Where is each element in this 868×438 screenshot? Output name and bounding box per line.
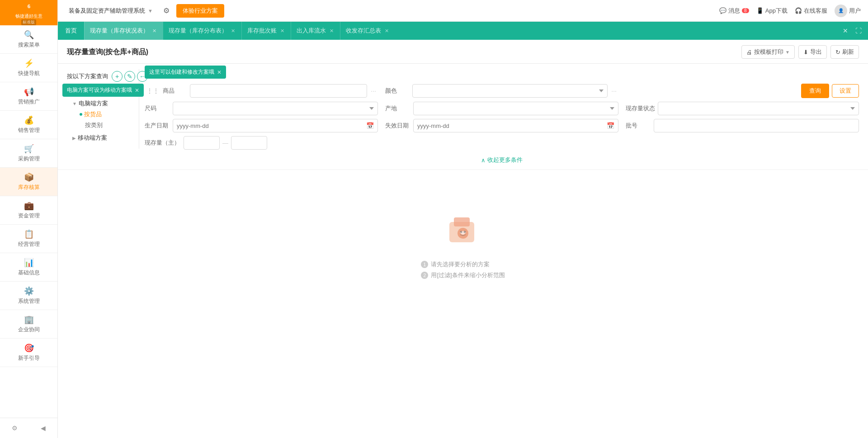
scheme-item-goods[interactable]: 按货品	[71, 109, 135, 120]
page-title: 现存量查询(按仓库+商品)	[67, 47, 148, 57]
tab-inventory-status-close[interactable]: ✕	[151, 27, 157, 35]
sidebar-footer: ⚙ ◀	[0, 418, 57, 438]
collapse-btn[interactable]: ∧ 收起更多条件	[481, 156, 523, 164]
goods-input[interactable]	[190, 84, 367, 98]
collapse-label: 收起更多条件	[487, 156, 523, 164]
create-tooltip-close[interactable]: ✕	[217, 69, 222, 75]
scheme-item-category[interactable]: 按类别	[71, 120, 135, 131]
tab-home-label: 首页	[65, 27, 77, 35]
tab-batch-account[interactable]: 库存批次账 ✕	[241, 22, 291, 40]
scheme-group-desktop-header[interactable]: ▼ 电脑端方案	[71, 98, 135, 109]
goods-dots-btn[interactable]: ⋮⋮	[145, 87, 161, 94]
sidebar-item-system[interactable]: ⚙️ 系统管理	[0, 282, 57, 310]
filter-header: 按以下方案查询 + ✎ ←	[67, 71, 135, 82]
sidebar-label-search: 搜索菜单	[18, 41, 40, 49]
sidebar-item-sales[interactable]: 💰 销售管理	[0, 111, 57, 139]
batch-input[interactable]	[654, 119, 859, 132]
page-header: 现存量查询(按仓库+商品) 🖨 按模板打印 ▼ ⬇ 导出 ↻ 刷新	[58, 40, 868, 64]
tab-close-all-btn[interactable]: ✕	[840, 25, 851, 36]
online-support-btn[interactable]: 🎧 在线客服	[795, 7, 827, 15]
scheme-group-mobile: ▶ 移动端方案	[71, 132, 135, 143]
filter-edit-btn[interactable]: ✎	[124, 71, 135, 82]
print-btn[interactable]: 🖨 按模板打印 ▼	[741, 45, 795, 59]
size-field: 尺码	[145, 102, 378, 115]
expire-date-input[interactable]: 📅	[413, 119, 618, 132]
stock-status-select[interactable]	[658, 102, 859, 115]
tab-receive-summary[interactable]: 收发存汇总表 ✕	[340, 22, 395, 40]
query-btn[interactable]: 查询	[801, 84, 829, 98]
batch-field: 批号	[626, 119, 859, 132]
svg-point-6	[464, 231, 466, 233]
svg-point-5	[460, 231, 462, 233]
print-icon: 🖨	[746, 49, 752, 56]
sidebar-item-management[interactable]: 📋 经营管理	[0, 225, 57, 253]
filter-row-4: 现存量（主） —	[145, 136, 859, 150]
sidebar-item-assets[interactable]: 💼 资金管理	[0, 196, 57, 225]
empty-tip-2-text: 用[过滤]条件来缩小分析范围	[431, 271, 505, 279]
stock-main-min[interactable]	[184, 136, 220, 150]
tab-inventory-status[interactable]: 现存量（库存状况表） ✕	[84, 22, 163, 40]
export-btn[interactable]: ⬇ 导出	[798, 45, 827, 59]
settings-gear-btn[interactable]: ⚙	[160, 5, 173, 17]
color-select[interactable]	[412, 84, 608, 98]
origin-select[interactable]	[413, 102, 618, 115]
sidebar-label-purchase: 采购管理	[18, 155, 40, 163]
content-inner: 现存量查询(按仓库+商品) 🖨 按模板打印 ▼ ⬇ 导出 ↻ 刷新	[58, 40, 868, 438]
goods-label: 商品	[163, 87, 188, 95]
calendar-icon-produce: 📅	[366, 122, 374, 129]
refresh-btn[interactable]: ↻ 刷新	[830, 45, 859, 59]
sidebar-item-search[interactable]: 🔍 搜索菜单	[0, 25, 57, 54]
produce-date-text[interactable]	[177, 122, 363, 129]
scheme-mobile-label: 移动端方案	[78, 134, 107, 142]
scheme-group-mobile-header[interactable]: ▶ 移动端方案	[71, 132, 135, 143]
sidebar-item-purchase[interactable]: 🛒 采购管理	[0, 139, 57, 168]
brand-name: 畅捷通好生意	[15, 13, 42, 19]
sidebar-item-quick-nav[interactable]: ⚡ 快捷导航	[0, 54, 57, 82]
origin-field: 产地	[385, 102, 618, 115]
sidebar-item-inventory[interactable]: 📦 库存核算	[0, 168, 57, 196]
tab-bar-right: ✕ ⛶	[836, 22, 868, 40]
system-selector[interactable]: 装备及固定资产辅助管理系统 ▼	[65, 5, 156, 17]
experience-btn[interactable]: 体验行业方案	[176, 4, 224, 18]
tab-inout-flow-close[interactable]: ✕	[329, 27, 335, 35]
empty-tip-1: 1 请先选择要分析的方案	[421, 260, 505, 268]
sidebar-item-guide[interactable]: 🎯 新手引导	[0, 339, 57, 367]
tab-inventory-dist[interactable]: 现存量（库存分布表） ✕	[163, 22, 241, 40]
filter-section: 按以下方案查询 + ✎ ←	[58, 64, 868, 170]
produce-date-input[interactable]: 📅	[173, 119, 378, 132]
goods-more-btn[interactable]: ···	[369, 87, 378, 94]
messages-btn[interactable]: 💬 消息 8	[719, 7, 749, 15]
empty-state: 1 请先选择要分析的方案 2 用[过滤]条件来缩小分析范围	[58, 170, 868, 318]
tab-batch-account-close[interactable]: ✕	[279, 27, 285, 35]
system-dropdown-icon: ▼	[148, 8, 153, 14]
scheme-tooltip-close[interactable]: ✕	[135, 87, 139, 94]
tab-receive-summary-close[interactable]: ✕	[384, 27, 390, 35]
stock-main-max[interactable]	[231, 136, 267, 150]
top-header: 装备及固定资产辅助管理系统 ▼ ⚙ 体验行业方案 💬 消息 8 📱 App下载 …	[58, 0, 868, 22]
scheme-desktop-label: 电脑端方案	[79, 99, 108, 108]
sidebar-label-system: 系统管理	[18, 297, 40, 305]
user-menu[interactable]: 👤 用户	[835, 5, 861, 17]
message-icon: 💬	[719, 7, 726, 14]
expire-date-text[interactable]	[417, 122, 604, 129]
color-more-btn[interactable]: ···	[609, 87, 618, 94]
sidebar-settings-btn[interactable]: ⚙	[8, 423, 21, 433]
tab-inout-flow[interactable]: 出入库流水 ✕	[291, 22, 340, 40]
sidebar-item-enterprise[interactable]: 🏢 企业协同	[0, 310, 57, 339]
setting-btn[interactable]: 设置	[832, 84, 859, 98]
inventory-icon: 📦	[24, 172, 34, 182]
app-download-btn[interactable]: 📱 App下载	[756, 7, 788, 15]
size-select[interactable]	[173, 102, 378, 115]
sidebar-item-marketing[interactable]: 📢 营销推广	[0, 82, 57, 111]
create-tooltip-text: 这里可以创建和修改方案哦	[149, 68, 214, 76]
tab-expand-btn[interactable]: ⛶	[853, 25, 864, 36]
app-download-label: App下载	[765, 7, 788, 15]
tab-home[interactable]: 首页	[58, 22, 84, 40]
chevron-down-icon: ▼	[72, 101, 77, 106]
sidebar-item-base-info[interactable]: 📊 基础信息	[0, 253, 57, 282]
assets-icon: 💼	[24, 201, 34, 211]
filter-add-btn[interactable]: +	[112, 71, 123, 82]
sidebar-collapse-btn[interactable]: ◀	[37, 423, 49, 433]
tab-inventory-dist-close[interactable]: ✕	[230, 27, 236, 35]
empty-tips: 1 请先选择要分析的方案 2 用[过滤]条件来缩小分析范围	[421, 260, 505, 282]
